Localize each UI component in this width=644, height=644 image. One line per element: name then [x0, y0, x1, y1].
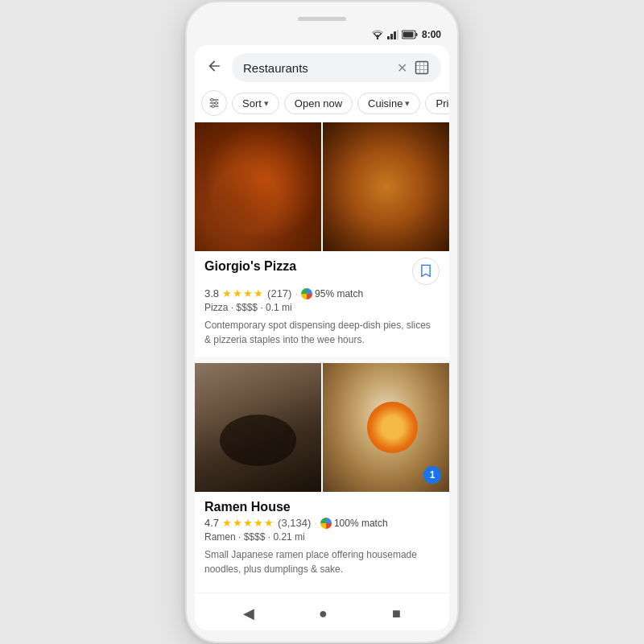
- ramen-house-match-percent: 100% match: [334, 518, 388, 529]
- search-query-text: Restaurants: [243, 61, 308, 75]
- back-arrow-icon: [206, 58, 222, 74]
- nav-home-icon: ●: [319, 605, 328, 621]
- cuisine-chip-label: Cuisine: [368, 97, 402, 109]
- giorgios-rating-row: 3.8 ★★★★ (217) · 95% match: [204, 287, 440, 299]
- ramen-house-image-left: [195, 363, 321, 492]
- bottom-nav: ◀ ● ■: [195, 592, 449, 630]
- svg-point-12: [211, 98, 213, 101]
- sort-chip-arrow: ▾: [264, 98, 269, 109]
- search-bar-row: Restaurants ✕: [195, 45, 449, 87]
- giorgios-description: Contemporary spot dispensing deep-dish p…: [204, 318, 440, 347]
- filter-chip-sort[interactable]: Sort ▾: [232, 93, 279, 114]
- svg-point-0: [377, 38, 378, 39]
- svg-rect-7: [402, 32, 413, 38]
- giorgios-match-badge: 95% match: [301, 288, 363, 299]
- svg-rect-4: [397, 30, 398, 39]
- filter-chip-price[interactable]: Price ▾: [425, 93, 449, 114]
- nav-recent-icon: ■: [392, 605, 401, 621]
- ramen-house-images: 1: [195, 363, 449, 492]
- nav-home-button[interactable]: ●: [306, 602, 341, 625]
- restaurant-card-ramen-house[interactable]: 1 Ramen House 4.7 ★★★★★ (3,134) · 100% m…: [195, 363, 449, 586]
- status-time: 8:00: [422, 29, 441, 40]
- battery-icon: [402, 30, 418, 39]
- svg-rect-8: [416, 62, 428, 74]
- bookmark-icon: [419, 264, 432, 279]
- ramen-house-rating: 4.7: [204, 517, 219, 529]
- svg-rect-2: [390, 34, 393, 39]
- giorgios-image-right: [323, 122, 449, 251]
- svg-rect-1: [387, 36, 390, 39]
- search-input-box[interactable]: Restaurants ✕: [232, 53, 441, 82]
- status-icons: [371, 30, 418, 39]
- giorgios-name: Giorgio's Pizza: [204, 259, 296, 274]
- svg-point-14: [212, 105, 214, 107]
- ramen-house-match-badge: 100% match: [320, 518, 388, 529]
- wifi-icon: [371, 30, 384, 39]
- filter-row: Sort ▾ Open now Cuisine ▾ Price ▾: [195, 87, 449, 122]
- giorgios-save-button[interactable]: [412, 258, 440, 285]
- ramen-house-review-count: (3,134): [278, 517, 311, 529]
- status-bar: 8:00: [195, 29, 449, 40]
- filter-chip-open-now[interactable]: Open now: [284, 93, 353, 114]
- nav-recent-button[interactable]: ■: [379, 602, 414, 625]
- filter-chip-cuisine[interactable]: Cuisine ▾: [357, 93, 420, 114]
- svg-rect-3: [394, 31, 396, 39]
- sort-chip-label: Sort: [242, 97, 262, 109]
- ramen-house-name: Ramen House: [204, 500, 291, 514]
- ramen-house-rating-row: 4.7 ★★★★★ (3,134) · 100% match: [204, 517, 440, 529]
- filter-sliders-icon: [208, 97, 221, 109]
- ramen-match-dot: [320, 518, 332, 529]
- search-actions: ✕: [397, 60, 430, 76]
- ramen-house-meta: Ramen · $$$$ · 0.21 mi: [204, 531, 440, 543]
- giorgios-match-percent: 95% match: [315, 288, 363, 299]
- open-now-chip-label: Open now: [295, 97, 342, 109]
- results-list: Giorgio's Pizza 3.8 ★★★★ (217) ·: [195, 122, 449, 586]
- back-button[interactable]: [203, 56, 225, 80]
- search-clear-button[interactable]: ✕: [397, 60, 407, 76]
- svg-point-13: [215, 101, 217, 104]
- ramen-house-description: Small Japanese ramen place offering hous…: [204, 547, 440, 576]
- giorgios-info: Giorgio's Pizza 3.8 ★★★★ (217) ·: [195, 251, 449, 357]
- ramen-house-info: Ramen House 4.7 ★★★★★ (3,134) · 100% mat…: [195, 492, 449, 586]
- price-chip-label: Price: [436, 97, 449, 109]
- giorgios-stars: ★★★★: [222, 287, 264, 299]
- svg-rect-6: [415, 33, 417, 36]
- nav-back-button[interactable]: ◀: [230, 601, 267, 625]
- giorgios-meta: Pizza · $$$$ · 0.1 mi: [204, 302, 440, 313]
- ramen-house-badge: 1: [423, 466, 441, 484]
- screen: Restaurants ✕: [195, 45, 449, 630]
- giorgios-review-count: (217): [267, 287, 291, 299]
- phone-device: 8:00 Restaurants ✕: [185, 1, 459, 643]
- giorgios-title-row: Giorgio's Pizza: [204, 259, 440, 285]
- phone-notch: [195, 17, 449, 21]
- google-match-dot: [301, 288, 312, 299]
- restaurant-card-giorgios[interactable]: Giorgio's Pizza 3.8 ★★★★ (217) ·: [195, 122, 449, 357]
- filter-icon-button[interactable]: [201, 90, 227, 116]
- giorgios-rating: 3.8: [204, 287, 219, 299]
- ramen-house-title-row: Ramen House: [204, 500, 440, 514]
- cuisine-chip-arrow: ▾: [405, 98, 410, 109]
- nav-back-icon: ◀: [243, 605, 254, 621]
- map-icon[interactable]: [414, 60, 430, 76]
- ramen-house-stars: ★★★★★: [222, 517, 275, 529]
- giorgios-images: [195, 122, 449, 251]
- giorgios-image-left: [195, 122, 321, 251]
- signal-icon: [387, 30, 398, 39]
